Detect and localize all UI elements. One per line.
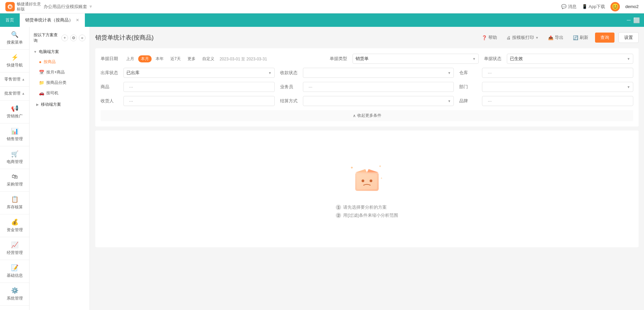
message-button[interactable]: 💬 消息 — [561, 4, 577, 10]
help-button[interactable]: ❓ 帮助 — [479, 33, 500, 42]
filter-department-label: 部门 — [459, 84, 479, 90]
sidebar: 🔍 搜索菜单 ⚡ 快捷导航 零售管理 ▲ 批发管理 ▲ 📢 营销推广 📊 销售管… — [0, 27, 30, 310]
product-dots-icon[interactable]: ··· — [129, 84, 133, 90]
nav-item-by-cashier[interactable]: 🚗 按司机 — [30, 88, 90, 98]
filter-salesperson-input[interactable]: ··· — [303, 82, 454, 92]
export-button[interactable]: 📤 导出 — [545, 33, 566, 42]
help-icon: ❓ — [482, 35, 487, 40]
collapse-filter-button[interactable]: ∧ 收起更多条件 — [101, 110, 633, 121]
settings-scheme-button[interactable]: ⚙ — [70, 35, 77, 41]
sidebar-item-sys-mgmt[interactable]: ⚙️ 系统管理 — [0, 283, 29, 306]
nav-pc-section-header[interactable]: ▼ 电脑端方案 — [30, 47, 90, 57]
nav-mobile-section-title: 移动端方案 — [41, 102, 61, 107]
sidebar-item-inventory[interactable]: 📋 库存核算 — [0, 192, 29, 214]
warehouse-dots-icon[interactable]: ··· — [488, 70, 492, 75]
tab-maximize-icon[interactable]: ⬜ — [633, 17, 640, 23]
breadcrumb[interactable]: 办公用品行业模拟账套 ▼ — [44, 4, 93, 10]
tab-home[interactable]: 首页 — [0, 13, 20, 27]
sidebar-item-sales-mgmt-label: 销售管理 — [7, 136, 23, 142]
username[interactable]: demo2 — [625, 4, 639, 9]
filter-product-input[interactable]: ··· — [123, 82, 275, 92]
sidebar-item-ops-mgmt-label: 经营管理 — [7, 250, 23, 256]
sidebar-item-search-menu[interactable]: 🔍 搜索菜单 — [0, 27, 29, 50]
empty-state-icon: ✦ ✦ ✦ — [347, 157, 387, 198]
filter-payment-status-select[interactable]: ▼ — [303, 68, 454, 78]
nav-mobile-section-header[interactable]: ▶ 移动端方案 — [30, 100, 90, 109]
print-icon: 🖨 — [506, 35, 511, 40]
salesperson-dots-icon[interactable]: ··· — [309, 84, 313, 90]
nav-item-by-product-category[interactable]: 📁 按商品分类 — [30, 78, 90, 88]
filter-receiver-label: 收货人 — [101, 98, 121, 104]
sidebar-item-quick-nav[interactable]: ⚡ 快捷导航 — [0, 50, 29, 72]
sidebar-item-ecom-mgmt[interactable]: 🛒 电商管理 — [0, 146, 29, 169]
finance-icon: 💰 — [11, 218, 18, 226]
svg-text:✦: ✦ — [350, 165, 354, 170]
sidebar-item-purchase-mgmt[interactable]: 🛍 采购管理 — [0, 169, 29, 192]
nav-pc-section-title: 电脑端方案 — [39, 49, 59, 55]
nav-item-by-product[interactable]: ● 按商品 — [30, 57, 90, 67]
tab-sales-stat[interactable]: 销货单统计表（按商品） ✕ — [20, 13, 85, 27]
refresh-icon: 🔄 — [573, 35, 578, 40]
tip-num-2: 2 — [336, 213, 341, 218]
brand-dots-icon[interactable]: ··· — [488, 98, 492, 104]
by-product-category-icon: 📁 — [39, 80, 44, 85]
custom-btn[interactable]: 自定义 — [200, 55, 217, 62]
breadcrumb-arrow-icon: ▼ — [89, 4, 93, 9]
left-nav-title: 按以下方案查询 — [34, 32, 61, 44]
page-title: 销货单统计表(按商品) — [95, 34, 154, 42]
settings-icon: ⚙ — [72, 36, 75, 40]
filter-document-type-select[interactable]: 销货单 ▼ — [353, 54, 479, 64]
filter-brand-input[interactable]: ··· — [482, 96, 633, 106]
more-btn[interactable]: 更多 — [185, 55, 198, 62]
sidebar-item-sales-mgmt[interactable]: 📊 销售管理 — [0, 123, 29, 146]
app-download-button[interactable]: 📱 App下载 — [582, 4, 605, 10]
document-status-arrow-icon: ▼ — [627, 57, 630, 61]
inventory-icon: 📋 — [11, 196, 18, 203]
sidebar-item-basic-info[interactable]: 📝 基础信息 — [0, 260, 29, 283]
sidebar-item-basic-info-label: 基础信息 — [7, 273, 23, 278]
collapse-up-icon: ∧ — [353, 113, 356, 118]
filter-receiver: 收货人 ··· — [101, 96, 275, 106]
empty-tips: 1 请先选择要分析的方案 2 用[过滤]条件来缩小分析范围 — [336, 204, 398, 220]
print-button[interactable]: 🖨 按模板打印 ▼ — [504, 33, 541, 42]
sidebar-item-ops-mgmt[interactable]: 📈 经营管理 — [0, 237, 29, 260]
avatar[interactable]: 😊 — [610, 2, 620, 11]
settings-button[interactable]: 设置 — [619, 32, 639, 43]
this-month-btn[interactable]: 本月 — [138, 55, 152, 62]
receiver-dots-icon[interactable]: ··· — [129, 98, 133, 104]
filter-payment-status-label: 收款状态 — [280, 70, 300, 76]
query-button[interactable]: 查询 — [595, 33, 614, 43]
department-arrow-icon: ▼ — [627, 85, 630, 89]
nav-item-by-cashier-label: 按司机 — [46, 90, 58, 96]
nav-item-by-month-product[interactable]: 📅 按月+商品 — [30, 67, 90, 78]
filter-settlement-method-select[interactable]: ▼ — [303, 96, 454, 106]
filter-document-status: 单据状态 已生效 ▼ — [484, 54, 633, 64]
tab-close-icon[interactable]: ✕ — [76, 18, 79, 22]
filter-warehouse-input[interactable]: ··· — [482, 68, 633, 78]
collapse-nav-button[interactable]: « — [79, 35, 86, 41]
filter-brand-label: 品牌 — [459, 98, 479, 104]
top-bar-right: 💬 消息 📱 App下载 😊 demo2 — [561, 2, 639, 11]
sidebar-item-marketing[interactable]: 📢 营销推广 — [0, 101, 29, 123]
filter-department-select[interactable]: ▼ — [482, 82, 633, 92]
payment-status-arrow-icon: ▼ — [447, 71, 451, 75]
refresh-button[interactable]: 🔄 刷新 — [570, 33, 591, 42]
sidebar-item-finance-mgmt[interactable]: 💰 资金管理 — [0, 214, 29, 237]
tab-minimize-icon[interactable]: ─ — [627, 17, 631, 23]
sidebar-item-retail-mgmt[interactable]: 零售管理 ▲ — [0, 72, 29, 87]
prev-month-btn[interactable]: 上月 — [123, 55, 137, 62]
add-scheme-button[interactable]: + — [61, 35, 68, 41]
sidebar-item-wholesale-mgmt[interactable]: 批发管理 ▲ — [0, 87, 29, 101]
nav-item-by-product-label: 按商品 — [44, 59, 56, 65]
this-year-btn[interactable]: 本年 — [153, 55, 166, 62]
filter-receiver-input[interactable]: ··· — [123, 96, 275, 106]
ops-icon: 📈 — [11, 241, 18, 249]
filter-document-status-select[interactable]: 已生效 ▼ — [507, 54, 633, 64]
last-7-days-btn[interactable]: 近7天 — [168, 55, 183, 62]
filter-warehouse-out-select[interactable]: 已出库 ▼ — [123, 68, 275, 78]
filter-salesperson-label: 业务员 — [280, 84, 300, 90]
tip-num-1: 1 — [336, 205, 341, 210]
date-range-display: 2023-03-01 至 2023-03-31 — [220, 56, 267, 62]
sidebar-item-enterprise-coop[interactable]: 🤝 企业协同 — [0, 306, 29, 310]
sidebar-item-retail-mgmt-label: 零售管理 — [4, 76, 20, 82]
